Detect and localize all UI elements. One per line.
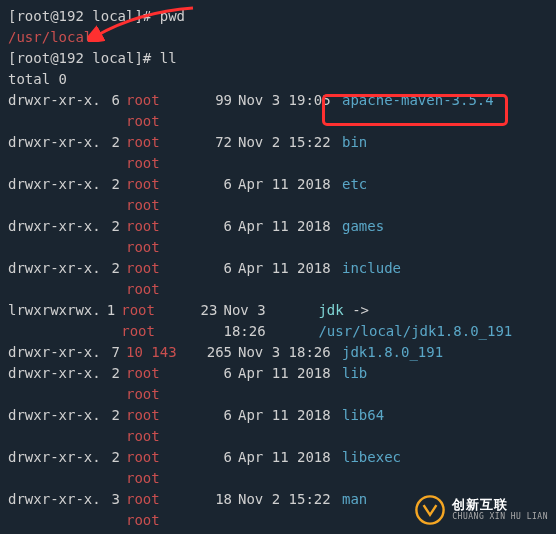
mod-date: Nov 2 15:22	[232, 132, 336, 174]
mod-date: Apr 11 2018	[232, 363, 336, 405]
list-item: drwxr-xr-x.2root root6Apr 11 2018lib	[8, 363, 548, 405]
permissions: lrwxrwxrwx.	[8, 300, 101, 342]
link-count: 1	[101, 300, 116, 342]
dir-name: libexec	[336, 447, 401, 489]
owner-group: root root	[120, 90, 200, 132]
permissions: drwxr-xr-x.	[8, 216, 104, 258]
list-item: drwxr-xr-x.2root root6Apr 11 2018etc	[8, 174, 548, 216]
watermark-text-en: CHUANG XIN HU LIAN	[452, 513, 548, 522]
link-count: 2	[104, 174, 120, 216]
list-item: drwxr-xr-x.2root root6Apr 11 2018include	[8, 258, 548, 300]
link-arrow: ->	[344, 302, 369, 318]
link-count: 7	[104, 342, 120, 363]
mod-date: Apr 11 2018	[232, 216, 336, 258]
pwd-output: /usr/local	[8, 27, 548, 48]
prompt-line-1: [root@192 local]# pwd	[8, 6, 548, 27]
permissions: drwxr-xr-x.	[8, 363, 104, 405]
file-size: 18	[200, 489, 232, 531]
watermark-logo-icon	[414, 494, 446, 526]
mod-date: Apr 11 2018	[232, 174, 336, 216]
dir-name: games	[336, 216, 384, 258]
owner-group: root root	[120, 405, 200, 447]
permissions: drwxr-xr-x.	[8, 447, 104, 489]
mod-date: Apr 11 2018	[232, 405, 336, 447]
dir-name: jdk1.8.0_191	[336, 342, 443, 363]
total-line: total 0	[8, 69, 548, 90]
dir-name: include	[336, 258, 401, 300]
mod-date: Apr 11 2018	[232, 258, 336, 300]
file-size: 6	[200, 405, 232, 447]
owner-group: root root	[120, 132, 200, 174]
link-count: 2	[104, 405, 120, 447]
file-size: 23	[188, 300, 217, 342]
list-item: lrwxrwxrwx.1root root23Nov 3 18:26jdk ->…	[8, 300, 548, 342]
dir-name: lib64	[336, 405, 384, 447]
dir-name: man	[336, 489, 367, 531]
link-count: 6	[104, 90, 120, 132]
file-size: 6	[200, 258, 232, 300]
terminal-output[interactable]: [root@192 local]# pwd /usr/local [root@1…	[8, 6, 548, 534]
list-item: drwxr-xr-x.2root root6Apr 11 2018libexec	[8, 447, 548, 489]
list-item: drwxr-xr-x.6root root99Nov 3 19:05apache…	[8, 90, 548, 132]
command-ll: ll	[160, 50, 177, 66]
file-size: 6	[200, 447, 232, 489]
link-count: 2	[104, 132, 120, 174]
link-count: 3	[104, 489, 120, 531]
list-item: drwxr-xr-x.7 10 143265Nov 3 18:26jdk1.8.…	[8, 342, 548, 363]
directory-listing: drwxr-xr-x.6root root99Nov 3 19:05apache…	[8, 90, 548, 534]
owner-group: root root	[120, 216, 200, 258]
list-item: drwxr-xr-x.2root root6Apr 11 2018lib64	[8, 405, 548, 447]
owner-group: root root	[120, 489, 200, 531]
mod-date: Nov 3 19:05	[232, 90, 336, 132]
permissions: drwxr-xr-x.	[8, 174, 104, 216]
permissions: drwxr-xr-x.	[8, 489, 104, 531]
file-size: 265	[200, 342, 232, 363]
link-count: 2	[104, 363, 120, 405]
owner-group: root root	[120, 258, 200, 300]
prompt: [root@192 local]#	[8, 50, 160, 66]
owner-group: root root	[120, 174, 200, 216]
svg-point-0	[417, 496, 444, 523]
owner-group: root root	[120, 447, 200, 489]
dir-name: apache-maven-3.5.4	[336, 90, 494, 132]
link-count: 2	[104, 447, 120, 489]
dir-name: lib	[336, 363, 367, 405]
permissions: drwxr-xr-x.	[8, 90, 104, 132]
mod-date: Nov 2 15:22	[232, 489, 336, 531]
prompt: [root@192 local]#	[8, 8, 160, 24]
symlink-target: /usr/local/jdk1.8.0_191	[318, 323, 512, 339]
permissions: drwxr-xr-x.	[8, 132, 104, 174]
command-pwd: pwd	[160, 8, 185, 24]
prompt-line-2: [root@192 local]# ll	[8, 48, 548, 69]
permissions: drwxr-xr-x.	[8, 258, 104, 300]
file-size: 99	[200, 90, 232, 132]
file-size: 6	[200, 216, 232, 258]
owner-group: root root	[120, 363, 200, 405]
list-item: drwxr-xr-x.2root root72Nov 2 15:22bin	[8, 132, 548, 174]
file-size: 72	[200, 132, 232, 174]
mod-date: Nov 3 18:26	[217, 300, 312, 342]
mod-date: Apr 11 2018	[232, 447, 336, 489]
watermark: 创新互联 CHUANG XIN HU LIAN	[414, 494, 548, 526]
file-size: 6	[200, 174, 232, 216]
link-count: 2	[104, 216, 120, 258]
permissions: drwxr-xr-x.	[8, 342, 104, 363]
dir-name: bin	[336, 132, 367, 174]
owner-group: root root	[115, 300, 188, 342]
link-count: 2	[104, 258, 120, 300]
mod-date: Nov 3 18:26	[232, 342, 336, 363]
file-size: 6	[200, 363, 232, 405]
watermark-text-cn: 创新互联	[452, 498, 548, 512]
owner-group: 10 143	[120, 342, 200, 363]
symlink-name: jdk	[318, 302, 343, 318]
permissions: drwxr-xr-x.	[8, 405, 104, 447]
list-item: drwxr-xr-x.2root root6Apr 11 2018games	[8, 216, 548, 258]
dir-name: etc	[336, 174, 367, 216]
